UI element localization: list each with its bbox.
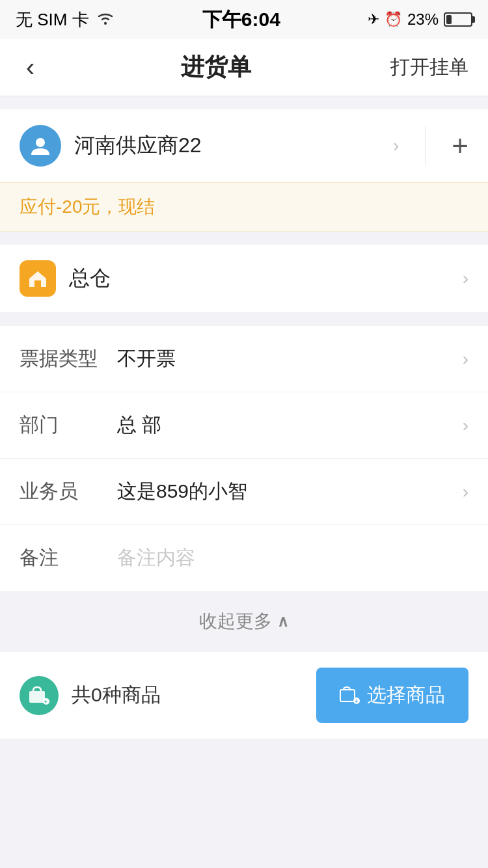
select-products-button[interactable]: + 选择商品 bbox=[316, 668, 468, 723]
invoice-type-value: 不开票 bbox=[117, 346, 463, 372]
svg-point-0 bbox=[104, 22, 107, 25]
nav-bar: ‹ 进货单 打开挂单 bbox=[0, 39, 488, 96]
back-button[interactable]: ‹ bbox=[20, 46, 41, 88]
collapse-label: 收起更多 bbox=[199, 609, 272, 634]
top-divider bbox=[0, 96, 488, 109]
divider-1 bbox=[0, 232, 488, 245]
salesperson-value: 这是859的小智 bbox=[117, 478, 463, 505]
carrier-text: 无 SIM 卡 bbox=[16, 8, 89, 31]
open-pending-button[interactable]: 打开挂单 bbox=[390, 54, 468, 81]
products-icon: + bbox=[20, 676, 59, 715]
status-right: ✈ ⏰ 23% bbox=[368, 10, 472, 29]
battery-percent: 23% bbox=[407, 10, 439, 29]
divider-2 bbox=[0, 313, 488, 326]
location-icon: ✈ bbox=[368, 11, 379, 28]
alarm-icon: ⏰ bbox=[385, 11, 402, 28]
department-value: 总 部 bbox=[117, 412, 463, 439]
collapse-icon: ∧ bbox=[277, 612, 289, 631]
background-fill bbox=[0, 739, 488, 868]
supplier-avatar bbox=[20, 125, 61, 167]
svg-rect-2 bbox=[34, 280, 41, 287]
warehouse-section: 总仓 › bbox=[0, 245, 488, 313]
remark-label: 备注 bbox=[20, 545, 117, 571]
add-supplier-button[interactable]: + bbox=[452, 131, 468, 160]
invoice-type-chevron-icon: › bbox=[463, 349, 468, 370]
notice-text: 应付-20元，现结 bbox=[20, 197, 155, 217]
department-label: 部门 bbox=[20, 412, 117, 439]
department-chevron-icon: › bbox=[463, 415, 468, 436]
warehouse-name: 总仓 bbox=[69, 264, 463, 293]
form-section: 票据类型 不开票 › 部门 总 部 › 业务员 这是859的小智 › 备注 备注… bbox=[0, 326, 488, 591]
remark-input[interactable]: 备注内容 bbox=[117, 545, 468, 571]
svg-rect-6 bbox=[340, 690, 355, 701]
products-count: 共0种商品 bbox=[72, 682, 303, 709]
invoice-type-label: 票据类型 bbox=[20, 346, 117, 372]
warehouse-chevron-icon: › bbox=[463, 268, 468, 289]
invoice-type-row[interactable]: 票据类型 不开票 › bbox=[0, 326, 488, 392]
supplier-row[interactable]: 河南供应商22 › + bbox=[0, 109, 488, 182]
status-bar: 无 SIM 卡 下午6:04 ✈ ⏰ 23% bbox=[0, 0, 488, 39]
salesperson-label: 业务员 bbox=[20, 478, 117, 505]
svg-point-1 bbox=[36, 138, 45, 147]
select-products-label: 选择商品 bbox=[367, 682, 445, 709]
notice-bar: 应付-20元，现结 bbox=[0, 182, 488, 232]
wifi-icon bbox=[96, 10, 115, 30]
page-title: 进货单 bbox=[181, 51, 251, 83]
svg-text:+: + bbox=[355, 698, 358, 705]
warehouse-row[interactable]: 总仓 › bbox=[0, 245, 488, 313]
svg-text:+: + bbox=[44, 699, 47, 705]
vertical-divider bbox=[425, 126, 426, 165]
time-display: 下午6:04 bbox=[202, 7, 280, 33]
bottom-bar: + 共0种商品 + 选择商品 bbox=[0, 652, 488, 739]
supplier-chevron-icon: › bbox=[393, 135, 399, 156]
supplier-actions: › + bbox=[393, 126, 468, 165]
department-row[interactable]: 部门 总 部 › bbox=[0, 392, 488, 459]
warehouse-icon bbox=[20, 260, 56, 297]
svg-rect-3 bbox=[29, 691, 45, 703]
status-left: 无 SIM 卡 bbox=[16, 8, 115, 31]
collapse-row[interactable]: 收起更多 ∧ bbox=[0, 591, 488, 652]
salesperson-row[interactable]: 业务员 这是859的小智 › bbox=[0, 459, 488, 525]
supplier-section: 河南供应商22 › + 应付-20元，现结 bbox=[0, 109, 488, 232]
salesperson-chevron-icon: › bbox=[463, 481, 468, 502]
battery-icon bbox=[444, 12, 472, 27]
remark-row[interactable]: 备注 备注内容 bbox=[0, 525, 488, 591]
supplier-name: 河南供应商22 bbox=[74, 131, 393, 160]
